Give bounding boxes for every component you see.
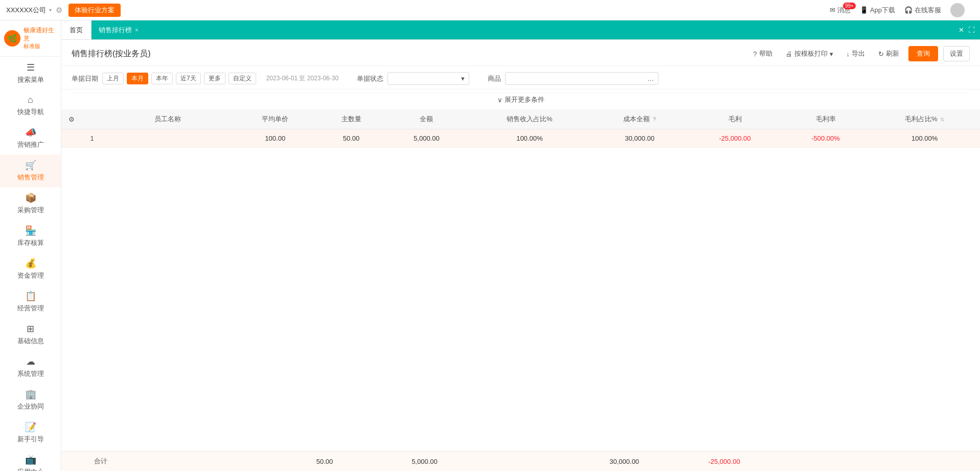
footer-gross: -25,000.00 xyxy=(674,458,774,465)
sidebar-item-marketing[interactable]: 📣 营销推广 xyxy=(0,122,61,154)
sidebar-item-guide[interactable]: 📝 新手引导 xyxy=(0,416,61,449)
sidebar-item-search[interactable]: ☰ 搜索菜单 xyxy=(0,57,61,89)
export-label: 导出 xyxy=(852,49,865,58)
col-amount: 全额 xyxy=(386,109,468,129)
date-more[interactable]: 更多 xyxy=(204,73,225,84)
maximize-icon[interactable]: ⛶ xyxy=(968,26,975,34)
col-settings[interactable]: ⚙ xyxy=(61,109,82,129)
footer-avg-price xyxy=(175,458,275,465)
refresh-icon: ↻ xyxy=(878,50,884,58)
chevron-expand-icon: ∨ xyxy=(497,96,503,104)
message-button[interactable]: ✉ 消息 99+ xyxy=(830,6,851,15)
tab-sales-ranking[interactable]: 销售排行榜 × xyxy=(92,20,146,39)
date-filter-options: 上月 本月 本年 近7天 更多 自定义 xyxy=(102,73,256,84)
query-button[interactable]: 查询 xyxy=(908,46,938,61)
home-icon: ⌂ xyxy=(28,95,33,105)
row-gross-rate: -500.00% xyxy=(782,129,870,148)
cooperation-icon: 🏢 xyxy=(25,389,36,400)
service-label: 在线客服 xyxy=(915,6,941,15)
col-gross-pct: 毛利占比% ⇅ xyxy=(869,109,980,129)
date-filter-group: 单据日期 上月 本月 本年 近7天 更多 自定义 xyxy=(72,73,256,84)
page-header: 销售排行榜(按业务员) ? 帮助 🖨 按模板打印 ▾ ↓ 导出 xyxy=(61,40,980,66)
sidebar-item-label: 搜索菜单 xyxy=(17,75,44,84)
logo-sub: 标准版 xyxy=(24,42,57,50)
online-service-button[interactable]: 🎧 在线客服 xyxy=(904,6,941,15)
cost-help-icon[interactable]: ? xyxy=(653,116,656,122)
date-range-display: 2023-06-01 至 2023-06-30 xyxy=(264,74,338,83)
col-sales-pct: 销售收入占比% xyxy=(467,109,591,129)
date-filter-label: 单据日期 xyxy=(72,74,98,83)
sidebar-item-label: 销售管理 xyxy=(17,173,44,182)
sidebar-item-basic[interactable]: ⊞ 基础信息 xyxy=(0,318,61,351)
company-name: XXXXXX公司 xyxy=(6,6,46,15)
date-current-month[interactable]: 本月 xyxy=(127,73,148,84)
gear-icon[interactable]: ⚙ xyxy=(56,6,62,15)
sidebar-item-label: 基础信息 xyxy=(17,337,44,346)
topbar-right: ✉ 消息 99+ 📱 App下载 🎧 在线客服 xyxy=(830,3,974,17)
avatar[interactable] xyxy=(950,3,965,17)
tab-home-label: 首页 xyxy=(70,26,83,35)
content-area: 首页 销售排行榜 × ✕ ⛶ 销售排行榜(按业务员) ? 帮助 xyxy=(61,20,980,471)
row-name xyxy=(102,129,234,148)
export-button[interactable]: ↓ 导出 xyxy=(842,47,870,60)
trial-button[interactable]: 体验行业方案 xyxy=(69,4,121,17)
col-rank xyxy=(82,109,102,129)
settings-button[interactable]: 设置 xyxy=(943,46,970,61)
col-gross-rate: 毛利率 xyxy=(782,109,870,129)
row-amount: 5,000.00 xyxy=(386,129,468,148)
topbar: XXXXXX公司 ▾ ⚙ 体验行业方案 ✉ 消息 99+ 📱 App下载 🎧 在… xyxy=(0,0,980,20)
sort-gross-pct-icon[interactable]: ⇅ xyxy=(940,117,944,122)
date-range-text: 2023-06-01 至 2023-06-30 xyxy=(266,75,338,82)
search-menu-icon: ☰ xyxy=(27,62,35,73)
table-container: ⚙ 员工名称 平均单价 主数量 全额 销售收入占比% 成本全额 ? 毛利 xyxy=(61,109,980,451)
system-icon: ☁ xyxy=(26,356,35,367)
date-custom[interactable]: 自定义 xyxy=(229,73,256,84)
tab-label: 销售排行榜 xyxy=(99,26,132,35)
sidebar-item-apps[interactable]: 📺 应用中心 xyxy=(0,449,61,471)
help-icon: ? xyxy=(753,50,757,58)
template-print-label: 按模板打印 xyxy=(794,49,828,58)
main-layout: 🌿 畅康通好生意 标准版 ☰ 搜索菜单 ⌂ 快捷导航 📣 营销推广 🛒 销售管理… xyxy=(0,20,980,471)
tab-home[interactable]: 首页 xyxy=(61,20,92,39)
sidebar-item-label: 新手引导 xyxy=(17,435,44,444)
close-icon[interactable]: × xyxy=(135,27,139,34)
status-select[interactable]: ▾ xyxy=(388,72,469,85)
sidebar-item-inventory[interactable]: 🏪 库存核算 xyxy=(0,220,61,253)
refresh-label: 刷新 xyxy=(886,49,899,58)
date-prev-month[interactable]: 上月 xyxy=(102,73,124,84)
logo-name: 畅康通好生意 xyxy=(24,27,57,42)
sidebar-item-operations[interactable]: 📋 经营管理 xyxy=(0,285,61,318)
sidebar-item-shortcut[interactable]: ⌂ 快捷导航 xyxy=(0,89,61,122)
basic-icon: ⊞ xyxy=(27,323,34,334)
date-7days[interactable]: 近7天 xyxy=(176,73,201,84)
message-badge: 99+ xyxy=(843,3,856,9)
row-gross: -25,000.00 xyxy=(688,129,782,148)
sidebar-item-sales[interactable]: 🛒 销售管理 xyxy=(0,154,61,187)
sidebar-item-finance[interactable]: 💰 资金管理 xyxy=(0,253,61,285)
sidebar-item-label: 库存核算 xyxy=(17,238,44,248)
sidebar-item-cooperation[interactable]: 🏢 企业协同 xyxy=(0,384,61,416)
sidebar-logo: 🌿 畅康通好生意 标准版 xyxy=(0,20,61,57)
goods-filter-label: 商品 xyxy=(488,74,501,83)
goods-filter-group: 商品 … xyxy=(488,72,658,85)
row-cost: 30,000.00 xyxy=(591,129,688,148)
sidebar-item-system[interactable]: ☁ 系统管理 xyxy=(0,351,61,384)
help-label: 帮助 xyxy=(759,49,772,58)
inventory-icon: 🏪 xyxy=(25,225,36,236)
row-sales-pct: 100.00% xyxy=(467,129,591,148)
help-button[interactable]: ? 帮助 xyxy=(749,47,776,60)
company-selector[interactable]: XXXXXX公司 ▾ xyxy=(6,6,52,15)
expand-more-button[interactable]: ∨ 展开更多条件 xyxy=(72,93,970,106)
date-current-year[interactable]: 本年 xyxy=(151,73,173,84)
close-window-icon[interactable]: ✕ xyxy=(959,26,964,34)
goods-input[interactable]: … xyxy=(505,72,658,85)
sidebar-item-label: 经营管理 xyxy=(17,304,44,313)
sidebar-item-label: 应用中心 xyxy=(17,467,44,471)
operations-icon: 📋 xyxy=(25,290,36,302)
sidebar-item-purchase[interactable]: 📦 采购管理 xyxy=(0,187,61,220)
refresh-button[interactable]: ↻ 刷新 xyxy=(874,47,903,60)
sales-icon: 🛒 xyxy=(25,160,36,171)
app-download-button[interactable]: 📱 App下载 xyxy=(860,6,895,15)
ellipsis-icon: … xyxy=(647,75,654,82)
template-print-button[interactable]: 🖨 按模板打印 ▾ xyxy=(782,47,837,60)
